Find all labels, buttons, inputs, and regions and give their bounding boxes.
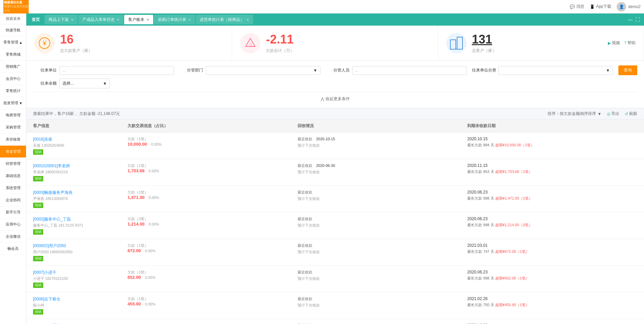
unit-class-select[interactable]: ▼ [498, 66, 613, 75]
message-btn[interactable]: 💬 消息 [570, 4, 584, 9]
export-btn[interactable]: ◎ 导出 [607, 111, 619, 117]
sidebar-item-member-plus[interactable]: 畅会员 [0, 243, 26, 255]
customer-name[interactable]: [0003]畅捷服务尹海燕 [33, 190, 128, 196]
tab-production-history[interactable]: 产成品入库单历史 ✕ [78, 15, 123, 24]
overdue-link[interactable]: 超期¥672.00（1笔） [495, 249, 529, 254]
dept-select[interactable]: ▼ [206, 66, 320, 75]
tab-products-offline[interactable]: 商品上下架 ✕ [45, 15, 78, 24]
logo-tag: 示范 [4, 9, 28, 12]
table-row: [000002]用户2050 用户2050 18665062050 现销 欠款（… [26, 239, 644, 266]
sidebar-search[interactable]: 搜索菜单 [0, 13, 26, 24]
sidebar-item-app-center[interactable]: 应用中心 [0, 218, 26, 231]
due-date: 2020.11.15 [467, 163, 637, 168]
app-download-btn[interactable]: 📱 App下载 [590, 4, 611, 9]
source-unit-input[interactable]: ... [59, 66, 174, 75]
customer-name[interactable]: [0016]吴俊 [33, 137, 128, 142]
sidebar-item-guide[interactable]: 新手引导 [0, 206, 26, 218]
debt-amount[interactable]: 455.90 [128, 301, 141, 306]
svg-text:¥: ¥ [43, 40, 47, 47]
sidebar-item-retail-mall[interactable]: 零售商城 [0, 49, 26, 61]
sort-label[interactable]: 排序：按欠款金额倒序排序 ▼ [548, 111, 601, 117]
overdue-link[interactable]: 超期¥1,214.00（3笔） [495, 223, 532, 227]
table-row: [000001]黄思源 黄思源 13552700226 现销 欠款（1笔） 42… [26, 319, 644, 324]
close-icon[interactable]: ✕ [188, 18, 191, 22]
customer-tag: 现销 [33, 256, 43, 261]
debt-amount[interactable]: 1,214.00 [128, 222, 145, 227]
video-btn[interactable]: ▶ 视频 [608, 40, 620, 46]
user-avatar[interactable]: 👤 demo2 [617, 2, 641, 11]
sidebar-item-system[interactable]: 系统管理 [0, 182, 26, 194]
customer-name[interactable]: [0002]服务中心_丁磊 [33, 216, 128, 222]
due-cell: 2020.11.15 最长欠款 853 天 超期¥1,703.68（1笔） [467, 163, 637, 174]
debt-percent: 0.00% [149, 222, 159, 226]
debt-amount[interactable]: 1,703.68 [128, 168, 145, 173]
customer-phone: 服务中心_丁磊 181 0125 8371 [33, 223, 128, 228]
close-icon[interactable]: ✕ [117, 18, 119, 22]
sidebar-item-marketing[interactable]: 营销推广 [0, 61, 26, 73]
top-bar: 畅捷通好生意 母婴行业演示套套 示范 💬 消息 📱 App下载 👤 demo2 [0, 0, 644, 13]
sidebar-item-member[interactable]: 会员中心 [0, 73, 26, 85]
debt-percent: 0.00% [145, 302, 156, 306]
overdue-info: 最长欠款 998 天 超期¥1,471.00（1笔） [467, 196, 637, 201]
balance-select[interactable]: 选择... ▼ [59, 79, 110, 88]
next-payment: 预计下次收款 [298, 196, 468, 201]
debt-amount[interactable]: 1,471.00 [128, 195, 145, 200]
customer-name[interactable]: [0006]去下粮仓 [33, 296, 128, 302]
stats-row: ¥ 16 总欠款客户（家） ◇ -2.11 欠款合计（万） [26, 26, 644, 61]
tab-purchase-order[interactable]: 采购订单统计表 ✕ [154, 15, 195, 24]
sidebar-item-purchase[interactable]: 采购管理 [0, 121, 26, 134]
owed-amount-label: 欠款合计（万） [266, 48, 294, 54]
person-input[interactable]: ... [352, 66, 467, 75]
sidebar-item-finance[interactable]: 资金管理 [0, 146, 26, 158]
customer-name[interactable]: [0007]小进干 [33, 270, 128, 275]
overdue-link[interactable]: 超期¥652.00（1笔） [495, 276, 529, 280]
owed-customers-icon: ¥ [34, 33, 55, 53]
close-icon[interactable]: ✕ [146, 18, 149, 22]
main-layout: 搜索菜单 快捷导航 零售管理 ▲ 零售商城 营销推广 会员中心 零售统计 批发管… [0, 13, 644, 324]
table-row: [0002]服务中心_丁磊 服务中心_丁磊 181 0125 8371 现销 欠… [26, 212, 644, 239]
overdue-info: 最长欠款 998 天 超期¥1,214.00（3笔） [467, 223, 637, 228]
debt-amount[interactable]: 672.00 [128, 248, 141, 253]
close-icon[interactable]: ✕ [71, 18, 74, 22]
help-btn[interactable]: ? 帮助 [624, 40, 636, 46]
sidebar-item-basic[interactable]: 基础信息 [0, 170, 26, 182]
tabs-minimize[interactable]: — [628, 17, 633, 22]
header-customer: 客户信息 [33, 123, 128, 129]
results-bar: 搜索结果中，客户16家， 欠款金额 -21,148.07元 排序：按欠款金额倒序… [26, 108, 644, 120]
search-button[interactable]: 查询 [618, 65, 637, 75]
due-cell: 2020.06.23 最长欠款 998 天 超期¥652.00（1笔） [467, 270, 637, 281]
sidebar-item-wecom[interactable]: 企业微信 [0, 231, 26, 243]
sidebar-item-ecommerce[interactable]: 电商管理 [0, 109, 26, 121]
close-icon[interactable]: ✕ [246, 18, 249, 22]
tab-customer-account[interactable]: 客户账本 ✕ [124, 15, 153, 24]
debt-amount[interactable]: 10,000.00 [128, 142, 147, 147]
table-body: [0016]吴俊 吴俊 13026203696 现销 欠款（1笔） 10,000… [26, 132, 644, 324]
sidebar-item-inventory[interactable]: 库存核算 [0, 134, 26, 146]
overdue-link[interactable]: 超期¥1,703.68（1笔） [495, 170, 532, 174]
overdue-link[interactable]: 超期¥10,000.00（1笔） [495, 143, 534, 147]
stat-total-customers: 131 总客户（家） ▶ 视频 ? 帮助 [438, 26, 644, 60]
customer-name[interactable]: [0001020001]李老师 [33, 163, 128, 169]
collapse-btn[interactable]: ⋀ 收起更多条件 [33, 95, 637, 103]
sidebar-item-operation[interactable]: 经营管理 [0, 158, 26, 170]
balance-label: 往来余额 [33, 81, 57, 86]
dept-label: 分管部门 [179, 67, 203, 73]
table-header: 客户信息 欠款交易信息（占比） 回收情况 到期未收款日期 [26, 120, 644, 132]
tabs-expand[interactable]: ⛶ [635, 17, 640, 22]
tab-purchase-stats[interactable]: 进货单统计表（按商品） ✕ [196, 15, 253, 24]
due-cell: 2021.02.26 最长欠款 750 天 超期¥455.90（1笔） [467, 296, 637, 307]
sidebar-item-retail-stats[interactable]: 零售统计 [0, 85, 26, 97]
overdue-link[interactable]: 超期¥455.90（1笔） [495, 303, 529, 307]
sidebar-item-retail-mgmt[interactable]: 零售管理 ▲ [0, 36, 26, 49]
sidebar-item-batch-mgmt[interactable]: 批发管理 ▼ [0, 97, 26, 109]
tab-home[interactable]: 首页 [28, 15, 44, 24]
overdue-link[interactable]: 超期¥1,471.00（1笔） [495, 196, 532, 200]
stat-total-customers-info: 131 总客户（家） [472, 32, 496, 54]
sidebar: 搜索菜单 快捷导航 零售管理 ▲ 零售商城 营销推广 会员中心 零售统计 批发管… [0, 13, 26, 324]
sidebar-item-enterprise[interactable]: 企业协同 [0, 194, 26, 206]
debt-amount[interactable]: 652.00 [128, 275, 141, 280]
recovery-cell: 最近收款 预计下次收款 [298, 190, 468, 201]
refresh-btn[interactable]: ↺ 刷新 [625, 111, 637, 117]
customer-tag: 现销 [33, 176, 43, 181]
customer-name[interactable]: [000002]用户2050 [33, 243, 128, 249]
